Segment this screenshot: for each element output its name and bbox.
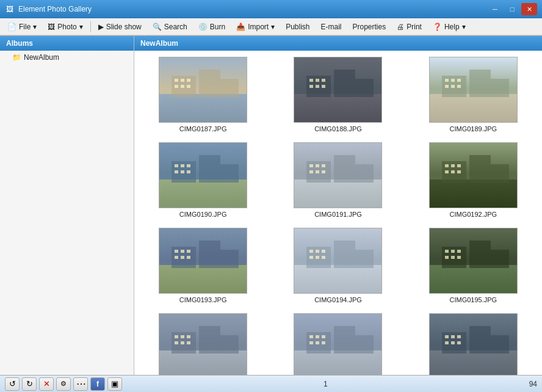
- photo-thumbnail[interactable]: [159, 57, 247, 123]
- menu-properties[interactable]: Properties: [348, 21, 391, 33]
- main-layout: Albums 📁 NewAlbum NewAlbum CIMG0187.JPGC…: [0, 35, 542, 375]
- photo-item[interactable]: CIMG0192.JPG: [411, 142, 536, 218]
- sidebar-item-newalbum[interactable]: 📁 NewAlbum: [0, 51, 134, 64]
- menu-burn[interactable]: 💿 Burn: [193, 21, 230, 33]
- facebook-icon: f: [96, 380, 99, 388]
- menu-slideshow[interactable]: ▶ Slide show: [93, 21, 146, 33]
- photo-grid-wrapper[interactable]: CIMG0187.JPGCIMG0188.JPGCIMG0189.JPGCIMG…: [134, 51, 542, 375]
- photo-item[interactable]: CIMG0194.JPG: [275, 228, 400, 303]
- photo-filename: CIMG0189.JPG: [450, 125, 497, 132]
- app-icon: 🖼: [5, 4, 15, 14]
- photo-filename: CIMG0190.JPG: [179, 211, 227, 218]
- photo-thumbnail[interactable]: [429, 142, 518, 208]
- photo-thumbnail[interactable]: [429, 313, 518, 375]
- album-icon: 📁: [12, 53, 21, 62]
- photo-item[interactable]: CIMG0196.JPG: [140, 313, 266, 375]
- minimize-button[interactable]: ─: [487, 3, 503, 15]
- facebook-button[interactable]: f: [90, 377, 105, 391]
- photo-thumbnail[interactable]: [294, 57, 382, 123]
- page-number: 1: [323, 380, 328, 388]
- window-title: Element Photo Gallery: [18, 5, 487, 13]
- menu-email[interactable]: E-mail: [316, 21, 347, 33]
- print-icon: 🖨: [397, 23, 404, 31]
- photo-item[interactable]: CIMG0193.JPG: [140, 228, 266, 303]
- photo-thumbnail[interactable]: [294, 142, 382, 208]
- photo-item[interactable]: CIMG0189.JPG: [411, 57, 536, 132]
- monitor-button[interactable]: ▣: [107, 377, 122, 391]
- sidebar: Albums 📁 NewAlbum: [0, 36, 134, 375]
- photo-item[interactable]: CIMG0197.JPG: [275, 313, 400, 375]
- bottom-toolbar: ↺ ↻ ✕ ⚙ ⋯ f ▣ 1 94: [0, 375, 542, 392]
- title-bar: 🖼 Element Photo Gallery ─ □ ✕: [0, 0, 542, 18]
- refresh-icon: ↺: [9, 379, 16, 388]
- photo-thumbnail[interactable]: [429, 228, 518, 294]
- photo-filename: CIMG0193.JPG: [179, 296, 227, 303]
- photo-item[interactable]: CIMG0190.JPG: [140, 142, 266, 218]
- slideshow-icon: ▶: [98, 23, 104, 31]
- monitor-icon: ▣: [111, 379, 118, 388]
- reload-icon: ↻: [26, 379, 33, 388]
- separator: [90, 21, 91, 32]
- photo-count: 94: [529, 380, 537, 388]
- import-icon: 📥: [236, 23, 245, 31]
- maximize-button[interactable]: □: [504, 3, 520, 15]
- photo-thumbnail[interactable]: [159, 142, 247, 208]
- burn-icon: 💿: [198, 23, 208, 31]
- photo-item[interactable]: CIMG0198.JPG: [411, 313, 536, 375]
- window-controls: ─ □ ✕: [487, 3, 537, 15]
- photo-filename: CIMG0192.JPG: [450, 211, 497, 218]
- photo-item[interactable]: CIMG0188.JPG: [275, 57, 400, 132]
- help-icon: ❓: [433, 23, 442, 31]
- menu-photo[interactable]: 🖼 Photo ▾: [43, 21, 87, 33]
- close-button[interactable]: ✕: [521, 3, 537, 15]
- menu-publish[interactable]: Publish: [281, 21, 314, 33]
- refresh-button[interactable]: ↺: [5, 377, 20, 391]
- photo-item[interactable]: CIMG0191.JPG: [275, 142, 400, 218]
- settings-icon: ⚙: [60, 380, 67, 388]
- photo-item[interactable]: CIMG0187.JPG: [140, 57, 266, 132]
- photo-thumbnail[interactable]: [159, 228, 247, 294]
- photo-filename: CIMG0195.JPG: [450, 296, 497, 303]
- content-header: NewAlbum: [134, 36, 542, 51]
- photo-filename: CIMG0191.JPG: [314, 211, 362, 218]
- bottom-left: ↺ ↻ ✕ ⚙ ⋯ f ▣: [5, 377, 122, 391]
- content-area: NewAlbum CIMG0187.JPGCIMG0188.JPGCIMG018…: [134, 36, 542, 375]
- photo-thumbnail[interactable]: [429, 57, 518, 123]
- menu-bar: 📄 File ▾ 🖼 Photo ▾ ▶ Slide show 🔍 Search…: [0, 18, 542, 35]
- settings-button[interactable]: ⚙: [56, 377, 71, 391]
- file-icon: 📄: [7, 23, 16, 31]
- reload-button[interactable]: ↻: [22, 377, 37, 391]
- menu-search[interactable]: 🔍 Search: [148, 21, 192, 33]
- photo-thumbnail[interactable]: [159, 313, 247, 375]
- photo-thumbnail[interactable]: [294, 228, 382, 294]
- menu-import[interactable]: 📥 Import ▾: [231, 21, 280, 33]
- photo-grid: CIMG0187.JPGCIMG0188.JPGCIMG0189.JPGCIMG…: [140, 57, 536, 375]
- more-button[interactable]: ⋯: [73, 377, 88, 391]
- photo-filename: CIMG0187.JPG: [179, 125, 227, 132]
- sidebar-header: Albums: [0, 36, 134, 51]
- photo-filename: CIMG0194.JPG: [314, 296, 362, 303]
- menu-print[interactable]: 🖨 Print: [392, 21, 427, 33]
- menu-file[interactable]: 📄 File ▾: [2, 21, 42, 33]
- photo-item[interactable]: CIMG0195.JPG: [411, 228, 536, 303]
- delete-button[interactable]: ✕: [39, 377, 54, 391]
- delete-icon: ✕: [43, 379, 50, 388]
- photo-filename: CIMG0188.JPG: [314, 125, 362, 132]
- more-icon: ⋯: [76, 378, 85, 390]
- photo-icon: 🖼: [48, 23, 55, 31]
- photo-thumbnail[interactable]: [294, 313, 382, 375]
- search-icon: 🔍: [153, 23, 162, 31]
- menu-help[interactable]: ❓ Help ▾: [428, 21, 471, 33]
